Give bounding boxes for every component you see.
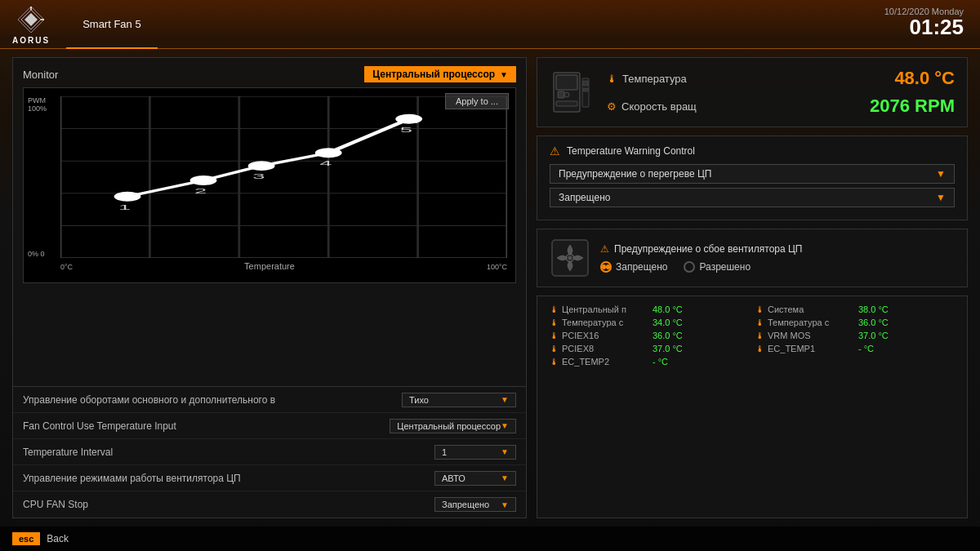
svg-rect-32 bbox=[583, 81, 588, 86]
chevron-down-icon-0: ▼ bbox=[501, 395, 509, 404]
footer: esc Back bbox=[0, 527, 980, 551]
temp-val-2: 34.0 °C bbox=[653, 318, 749, 327]
fan-mode-2-value: АВТО bbox=[442, 473, 466, 483]
interval-dropdown[interactable]: 1 ▼ bbox=[434, 445, 516, 460]
radio-label-allowed: Разрешено bbox=[699, 261, 751, 273]
fan-failure-content: ⚠ Предупреждение о сбое вентилятора ЦП З… bbox=[600, 243, 955, 273]
time-display: 01:25 bbox=[910, 15, 964, 39]
setting-row-interval: Temperature Interval 1 ▼ bbox=[13, 439, 526, 465]
setting-label-0: Управление оборотами основного и дополни… bbox=[23, 394, 402, 406]
fan-stop-value: Запрещено bbox=[442, 500, 489, 509]
monitor-header: Monitor Центральный процессор ▼ bbox=[23, 66, 516, 82]
temp-value-0: 48.0 °C bbox=[653, 304, 683, 314]
radio-label-forbidden: Запрещено bbox=[616, 261, 667, 273]
fan-stop-dropdown[interactable]: Запрещено ▼ bbox=[434, 497, 516, 512]
temp-grid: 🌡 Центральный п 48.0 °C 🌡 Система 38.0 °… bbox=[550, 304, 955, 367]
setting-row-fan-stop: CPU FAN Stop Запрещено ▼ bbox=[13, 491, 526, 518]
radio-dot-allowed bbox=[684, 261, 695, 273]
chevron-down-icon: ▼ bbox=[500, 70, 508, 79]
monitor-dropdown[interactable]: Центральный процессор ▼ bbox=[364, 66, 516, 82]
y-label-pwm: PWM100% bbox=[28, 96, 47, 113]
radio-fill-forbidden bbox=[602, 264, 606, 269]
setting-row-temp-input: Fan Control Use Temperature Input Центра… bbox=[13, 413, 526, 439]
temp-value-4: 36.0 °C bbox=[653, 331, 683, 340]
temp-icon-8: 🌡 bbox=[550, 357, 559, 367]
temp-table-box: 🌡 Центральный п 48.0 °C 🌡 Система 38.0 °… bbox=[537, 295, 968, 518]
temp-item-1: 🌡 Система bbox=[755, 304, 852, 314]
svg-rect-30 bbox=[556, 101, 577, 106]
aorus-logo-icon bbox=[16, 5, 46, 34]
warning-header: ⚠ Temperature Warning Control bbox=[550, 144, 955, 158]
temp-val-7: - °C bbox=[858, 344, 955, 353]
temp-item-5: 🌡 VRM MOS bbox=[755, 331, 852, 340]
datetime: 10/12/2020 Monday 01:25 bbox=[884, 7, 964, 38]
temp-value-7: - °C bbox=[858, 344, 874, 353]
radio-group: Запрещено Разрешено bbox=[600, 261, 955, 273]
temp-name-4: PCIEX16 bbox=[562, 331, 646, 340]
svg-rect-33 bbox=[583, 88, 588, 91]
temp-label: Температура bbox=[622, 73, 687, 85]
svg-rect-15 bbox=[60, 96, 507, 258]
temp-icon-3: 🌡 bbox=[755, 318, 764, 327]
temp-val-8: - °C bbox=[653, 357, 749, 367]
svg-text:4: 4 bbox=[319, 158, 332, 167]
svg-point-16 bbox=[116, 193, 138, 201]
temp-name-7: EC_TEMP1 bbox=[768, 344, 852, 353]
fan-mode-value: Тихо bbox=[409, 395, 429, 405]
chevron-down-icon-3: ▼ bbox=[501, 473, 509, 482]
radio-allowed[interactable]: Разрешено bbox=[684, 261, 751, 273]
svg-point-20 bbox=[398, 115, 420, 123]
back-label: Back bbox=[47, 533, 69, 544]
svg-rect-28 bbox=[558, 91, 564, 98]
temp-item-4: 🌡 PCIEX16 bbox=[550, 331, 646, 340]
warning-dropdown-2-label: Запрещено bbox=[559, 192, 610, 203]
svg-rect-27 bbox=[556, 75, 577, 90]
temp-icon-4: 🌡 bbox=[550, 331, 559, 340]
svg-text:1: 1 bbox=[118, 202, 131, 211]
warning-box: ⚠ Temperature Warning Control Предупрежд… bbox=[537, 136, 968, 220]
esc-button[interactable]: esc bbox=[12, 532, 40, 545]
monitor-dropdown-label: Центральный процессор bbox=[372, 69, 495, 80]
status-readings: 🌡 Температура 48.0 °C ⚙ Скорость вращ 20… bbox=[607, 68, 955, 117]
temp-icon-1: 🌡 bbox=[755, 304, 764, 314]
warning-dropdown-1-label: Предупреждение о перегреве ЦП bbox=[559, 168, 711, 180]
tab-smart-fan[interactable]: Smart Fan 5 bbox=[66, 0, 158, 49]
temp-icon-0: 🌡 bbox=[550, 304, 559, 314]
temp-icon-2: 🌡 bbox=[550, 318, 559, 327]
fan-mode-2-dropdown[interactable]: АВТО ▼ bbox=[434, 471, 516, 486]
y-label-zero: 0% 0 bbox=[28, 250, 47, 258]
temp-item-8: 🌡 EC_TEMP2 bbox=[550, 357, 646, 367]
temp-value-3: 36.0 °C bbox=[858, 318, 889, 327]
warning-dropdown-2[interactable]: Запрещено ▼ bbox=[550, 188, 955, 207]
temp-name-5: VRM MOS bbox=[768, 331, 852, 340]
svg-point-18 bbox=[250, 162, 272, 170]
temp-name-0: Центральный п bbox=[562, 304, 646, 314]
temp-input-dropdown[interactable]: Центральный процессор ▼ bbox=[390, 419, 516, 433]
setting-control-3: АВТО ▼ bbox=[434, 471, 516, 486]
radio-forbidden[interactable]: Запрещено bbox=[600, 261, 667, 273]
temp-val-1: 38.0 °C bbox=[858, 304, 955, 314]
y-axis-labels: PWM100% 0% 0 bbox=[28, 96, 47, 258]
rpm-icon-label: ⚙ Скорость вращ bbox=[607, 100, 697, 113]
logo-area: AORUS bbox=[12, 5, 50, 45]
warning-title: Temperature Warning Control bbox=[567, 145, 695, 157]
chart-svg: 1 2 3 4 5 bbox=[60, 96, 507, 258]
chevron-down-icon-w1: ▼ bbox=[936, 168, 946, 180]
temp-item-7: 🌡 EC_TEMP1 bbox=[755, 344, 852, 353]
temp-name-3: Температура с bbox=[768, 318, 852, 327]
setting-control-2: 1 ▼ bbox=[434, 445, 516, 460]
temp-name-6: PCIEX8 bbox=[562, 344, 646, 353]
setting-row-fan-control: Управление оборотами основного и дополни… bbox=[13, 387, 526, 413]
status-box: 🌡 Температура 48.0 °C ⚙ Скорость вращ 20… bbox=[537, 57, 968, 127]
temp-item-0: 🌡 Центральный п bbox=[550, 304, 646, 314]
pc-case-icon bbox=[550, 70, 595, 115]
fan-mode-dropdown[interactable]: Тихо ▼ bbox=[402, 393, 516, 407]
fan-failure-warning-icon: ⚠ bbox=[600, 243, 609, 255]
chart-area: Apply to ... PWM100% 0% 0 0°C 100°C bbox=[23, 87, 516, 283]
temp-value-5: 37.0 °C bbox=[858, 331, 889, 340]
chevron-down-icon-4: ▼ bbox=[501, 500, 509, 509]
setting-label-4: CPU FAN Stop bbox=[23, 499, 434, 510]
setting-control-1: Центральный процессор ▼ bbox=[390, 419, 516, 433]
logo-text: AORUS bbox=[12, 36, 50, 45]
warning-dropdown-1[interactable]: Предупреждение о перегреве ЦП ▼ bbox=[550, 164, 955, 184]
